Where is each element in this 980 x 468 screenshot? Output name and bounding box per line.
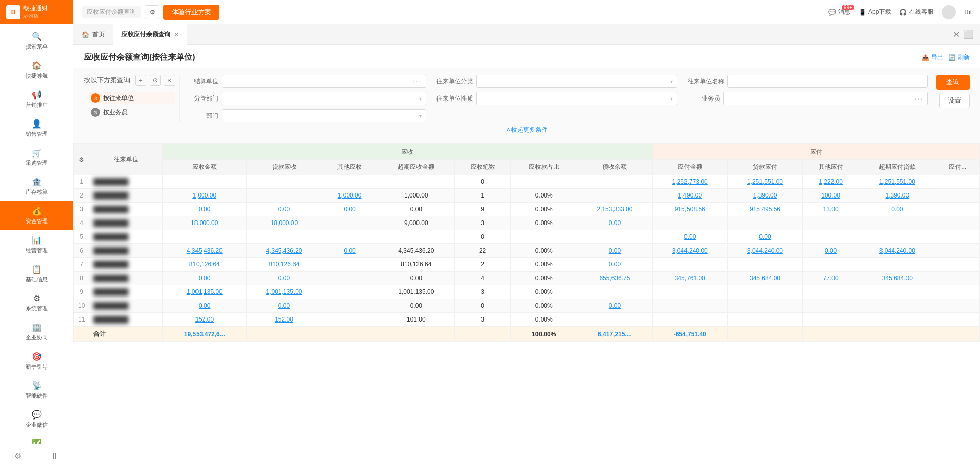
col-ap-overdue: 超期应付贷款: [859, 160, 936, 175]
sidebar-item-guide[interactable]: 🎯 新手引导: [0, 347, 73, 376]
sidebar: B 畅捷通财 标准版 🔍 搜索菜单 🏠 快捷导航 📢 营销推广 👤 销售管理 🛒…: [0, 0, 74, 468]
footer-label: 合计: [89, 327, 163, 342]
partner-name: ████████: [89, 189, 163, 203]
query-button[interactable]: 查询: [936, 75, 970, 90]
guide-icon: 🎯: [32, 352, 42, 361]
table-row: 11████████152.00152.00101.0030.00%: [74, 313, 980, 327]
tab-bar: 🏠 首页 应收应付余额查询 ✕ ✕ ⬜: [74, 24, 980, 45]
partner-name: ████████: [89, 244, 163, 258]
marketing-icon: 📢: [32, 90, 42, 100]
sidebar-item-capital[interactable]: 💰 资金管理: [0, 201, 73, 230]
capital-icon: 💰: [32, 206, 42, 216]
scheme-salesman-label: 按业务员: [103, 108, 128, 117]
home-icon: 🏠: [82, 31, 89, 38]
sidebar-item-sales[interactable]: 👤 销售管理: [0, 114, 73, 143]
salesman-input[interactable]: ···: [723, 92, 928, 105]
scheme-by-salesman[interactable]: ⊙ 按业务员: [88, 106, 175, 118]
sidebar-item-operations[interactable]: 📊 经营管理: [0, 230, 73, 259]
operations-label: 经营管理: [26, 247, 48, 254]
filter-edit-btn[interactable]: ⊙: [150, 75, 161, 86]
user-label: Rit: [964, 9, 972, 16]
partner-nature-select[interactable]: ▾: [476, 92, 677, 105]
top-bar-path: 应收应付余额查询: [82, 6, 141, 18]
dept-caret: ▾: [419, 113, 422, 119]
table-row: 10████████0.000.000.0000.00%0.00: [74, 299, 980, 313]
sidebar-item-wechat[interactable]: 💬 企业微信: [0, 405, 73, 434]
footer-ar-amount[interactable]: 19,553,472,6...: [163, 327, 247, 342]
col-ap-extra: 应付...: [936, 160, 979, 175]
tab-action-close[interactable]: ✕: [953, 30, 960, 39]
tab-close-icon[interactable]: ✕: [174, 31, 179, 38]
partner-category-select[interactable]: ▾: [476, 75, 677, 88]
sidebar-item-enterprise[interactable]: 🏢 企业协同: [0, 317, 73, 347]
partner-category-caret: ▾: [670, 79, 673, 84]
tab-ar-ap[interactable]: 应收应付余额查询 ✕: [113, 24, 187, 45]
sidebar-item-hardware[interactable]: 📡 智能硬件: [0, 376, 73, 405]
sidebar-item-marketing[interactable]: 📢 营销推广: [0, 85, 73, 114]
sidebar-item-member[interactable]: ✅ 畅会员: [0, 434, 73, 444]
tab-action-expand[interactable]: ⬜: [964, 30, 974, 39]
export-btn[interactable]: 📤 导出: [922, 53, 943, 62]
basics-icon: 📋: [32, 264, 42, 274]
wechat-icon: 💬: [32, 410, 42, 420]
filter-add-btn[interactable]: ＋: [135, 75, 146, 86]
online-service[interactable]: 🎧 在线客服: [899, 8, 934, 16]
inventory-label: 库存核算: [26, 188, 48, 196]
sidebar-items: 🔍 搜索菜单 🏠 快捷导航 📢 营销推广 👤 销售管理 🛒 采购管理 🏦 库存核…: [0, 24, 73, 444]
col-settings[interactable]: ⚙: [74, 144, 89, 175]
field-dept-manager: 分管部门 ▾: [186, 92, 426, 105]
dept-manager-select[interactable]: ▾: [222, 92, 426, 105]
logo-sub: 标准版: [23, 13, 48, 20]
filter-collapse-btn[interactable]: «: [164, 75, 175, 86]
tab-ar-ap-label: 应收应付余额查询: [121, 30, 170, 39]
table-row: 1████████01,252,773.001,251,551.001,222.…: [74, 175, 980, 189]
partner-category-label: 往来单位分类: [436, 77, 473, 86]
dept-select[interactable]: ▾: [222, 109, 426, 122]
sidebar-item-system[interactable]: ⚙ 系统管理: [0, 288, 73, 317]
partner-name-input[interactable]: [727, 75, 928, 88]
table-row: 3████████0.000.000.000.0090.00%2,153,333…: [74, 203, 980, 216]
sales-icon: 👤: [32, 119, 42, 129]
collapse-bar[interactable]: ∧ 收起更多条件: [84, 122, 970, 137]
gear-button[interactable]: ⚙: [145, 5, 159, 19]
sidebar-item-search-menu[interactable]: 🔍 搜索菜单: [0, 27, 73, 56]
sidebar-bottom: ⚙ ⏸: [0, 444, 73, 468]
footer-ap-amount[interactable]: -654,751.40: [652, 327, 727, 342]
sidebar-item-purchase[interactable]: 🛒 采购管理: [0, 143, 73, 172]
sidebar-collapse-btn[interactable]: ⏸: [46, 450, 63, 463]
field-partner-category: 往来单位分类 ▾: [436, 75, 677, 88]
scheme-by-partner[interactable]: ⊙ 按往来单位: [88, 92, 175, 104]
marketing-label: 营销推广: [26, 101, 48, 109]
partner-name: ████████: [89, 313, 163, 327]
messages-badge[interactable]: 💬 消息 99+: [828, 8, 850, 16]
sidebar-logo: B 畅捷通财 标准版: [0, 0, 73, 24]
wechat-label: 企业微信: [26, 421, 48, 429]
sidebar-settings-btn[interactable]: ⚙: [10, 449, 26, 463]
settings-button[interactable]: 设置: [939, 93, 970, 108]
sidebar-item-inventory[interactable]: 🏦 库存核算: [0, 172, 73, 201]
partner-name: ████████: [89, 216, 163, 230]
refresh-btn[interactable]: 🔄 刷新: [948, 53, 970, 62]
table-area: ⚙ 往来单位 应收 应付 应收金额 贷款应收 其他应收 超期应收金额 应收笔数 …: [74, 144, 980, 342]
sidebar-item-basics[interactable]: 📋 基础信息: [0, 259, 73, 288]
message-icon: 💬: [828, 9, 836, 16]
purchase-icon: 🛒: [32, 148, 42, 158]
tab-bar-actions: ✕ ⬜: [953, 30, 980, 39]
partner-name-label: 往来单位名称: [688, 77, 724, 86]
settlement-unit-input[interactable]: ···: [222, 75, 426, 88]
sidebar-item-quick-nav[interactable]: 🏠 快捷导航: [0, 56, 73, 85]
solution-btn[interactable]: 体验行业方案: [163, 5, 219, 20]
gear-icon: ⚙: [150, 9, 155, 16]
partner-nature-label: 往来单位性质: [436, 94, 473, 103]
app-download[interactable]: 📱 App下载: [859, 8, 891, 16]
user-avatar[interactable]: [942, 5, 956, 19]
col-ap-loan: 贷款应付: [727, 160, 802, 175]
hardware-label: 智能硬件: [26, 392, 48, 400]
footer-ar-prepay[interactable]: 6,417,215....: [577, 327, 652, 342]
download-icon: 📱: [859, 9, 866, 16]
tab-home[interactable]: 🏠 首页: [74, 24, 113, 45]
filter-section-label: 按以下方案查询: [84, 76, 130, 85]
system-label: 系统管理: [26, 305, 48, 312]
top-bar: 应收应付余额查询 ⚙ 体验行业方案 💬 消息 99+ 📱 App下载 🎧 在线客…: [74, 0, 980, 24]
collapse-icon: ∧: [506, 126, 511, 134]
